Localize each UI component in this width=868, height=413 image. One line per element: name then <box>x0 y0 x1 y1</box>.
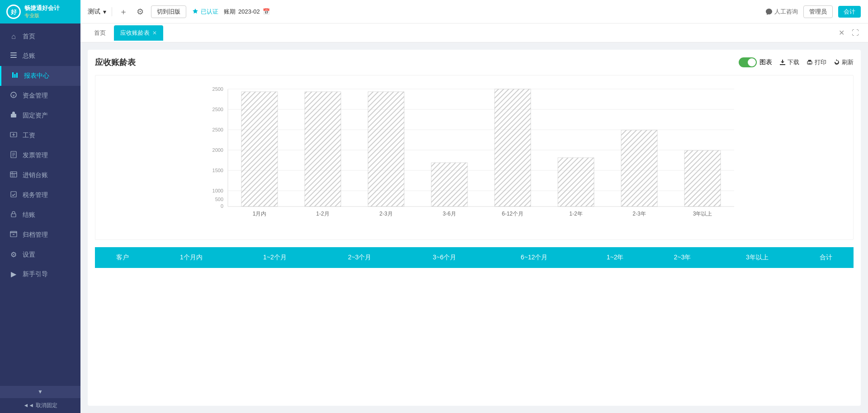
tab-bar: 首页 应收账龄表 ✕ ✕ ⛶ <box>80 23 868 42</box>
sidebar-item-invoice[interactable]: 发票管理 <box>0 145 80 165</box>
sidebar-item-ledger[interactable]: 总账 <box>0 46 80 66</box>
sidebar-item-label: 进销台账 <box>23 171 48 179</box>
tax-icon <box>9 191 18 200</box>
svg-text:3年以上: 3年以上 <box>693 211 712 217</box>
col-2-3m: 2~3个月 <box>317 247 402 268</box>
sidebar-item-guide[interactable]: ▶ 新手引导 <box>0 264 80 284</box>
main-area: 测试 ▾ ＋ ⚙ 切到旧版 已认证 账期 2023-02 📅 人工咨询 管理员 … <box>80 0 868 413</box>
svg-text:1500: 1500 <box>212 168 223 173</box>
tab-ar-aging[interactable]: 应收账龄表 ✕ <box>114 25 163 41</box>
sidebar-item-label: 首页 <box>23 33 35 41</box>
refresh-button[interactable]: 刷新 <box>834 58 854 66</box>
tab-home[interactable]: 首页 <box>88 25 112 41</box>
sidebar-item-sales[interactable]: 进销台账 <box>0 165 80 185</box>
sidebar-item-label: 新手引导 <box>23 270 48 278</box>
col-1-2y: 1~2年 <box>581 247 649 268</box>
svg-rect-11 <box>11 192 16 197</box>
logo-text-wrap: 畅捷通好会计 专业版 <box>24 5 60 19</box>
sidebar-item-funds[interactable]: ¥ 资金管理 <box>0 86 80 106</box>
sidebar-item-label: 资金管理 <box>23 92 48 100</box>
bar-1-2年 <box>558 158 594 206</box>
tab-close-icon[interactable]: ✕ <box>152 30 157 36</box>
refresh-label: 刷新 <box>842 58 854 66</box>
print-label: 打印 <box>815 58 826 66</box>
certified-label: 已认证 <box>201 8 218 16</box>
sidebar-item-settings[interactable]: ⚙ 设置 <box>0 245 80 264</box>
account-button[interactable]: 会计 <box>838 6 861 18</box>
header-divider-1 <box>112 7 112 16</box>
bar-1-2月 <box>305 92 341 206</box>
col-1m: 1个月内 <box>150 247 232 268</box>
sidebar-item-label: 归档管理 <box>23 231 48 239</box>
table-header-row: 客户 1个月内 1~2个月 2~3个月 3~6个月 6~12个月 1~2年 2~… <box>95 247 854 268</box>
add-button[interactable]: ＋ <box>118 5 129 19</box>
sidebar-item-label: 工资 <box>23 131 35 140</box>
consult-label: 人工咨询 <box>774 8 798 16</box>
close-account-icon <box>9 211 18 220</box>
sidebar-item-tax[interactable]: 税务管理 <box>0 185 80 205</box>
svg-text:2-3月: 2-3月 <box>379 211 392 217</box>
sales-icon <box>9 171 18 180</box>
svg-text:2500: 2500 <box>212 107 223 112</box>
sidebar-item-label: 总账 <box>23 52 35 60</box>
bar-6-12月 <box>495 89 531 206</box>
settings-header-button[interactable]: ⚙ <box>135 5 146 19</box>
page-actions: 图表 下载 打印 刷新 <box>739 57 854 67</box>
svg-rect-10 <box>10 172 17 177</box>
ar-aging-table: 客户 1个月内 1~2个月 2~3个月 3~6个月 6~12个月 1~2年 2~… <box>95 247 854 268</box>
svg-text:好: 好 <box>10 9 17 15</box>
ledger-icon <box>9 52 18 61</box>
switch-old-button[interactable]: 切到旧版 <box>151 5 186 18</box>
sidebar-scroll-down[interactable]: ▼ <box>0 386 80 398</box>
consult-button[interactable]: 人工咨询 <box>765 8 798 16</box>
bar-chart: 2500 2500 2500 2000 1500 1000 500 0 <box>104 84 840 229</box>
chevron-down-icon: ▾ <box>103 8 106 15</box>
page-title: 应收账龄表 <box>95 57 739 68</box>
svg-text:2500: 2500 <box>212 127 223 132</box>
payroll-icon <box>9 131 18 140</box>
download-label: 下载 <box>788 58 799 66</box>
sidebar-item-payroll[interactable]: 工资 <box>0 126 80 145</box>
sidebar-logo: 好 畅捷通好会计 专业版 <box>0 0 80 23</box>
svg-text:6-12个月: 6-12个月 <box>502 211 524 217</box>
svg-text:3-6月: 3-6月 <box>443 211 456 217</box>
col-2-3y: 2~3年 <box>649 247 716 268</box>
sidebar-item-home[interactable]: ⌂ 首页 <box>0 27 80 46</box>
bar-3-6月 <box>431 163 467 206</box>
sidebar-item-label: 发票管理 <box>23 151 48 160</box>
chart-toggle[interactable] <box>739 57 757 67</box>
tab-expand-button[interactable]: ⛶ <box>850 27 861 39</box>
bar-2-3月 <box>368 92 404 206</box>
sidebar-item-label: 结账 <box>23 211 35 219</box>
svg-rect-15 <box>807 61 812 64</box>
tab-ar-aging-label: 应收账龄表 <box>120 29 150 37</box>
funds-icon: ¥ <box>9 91 18 100</box>
calendar-icon: 📅 <box>263 8 270 15</box>
col-3-6m: 3~6个月 <box>402 247 487 268</box>
svg-rect-2 <box>10 52 17 53</box>
col-6-12m: 6~12个月 <box>487 247 581 268</box>
period-prefix: 账期 <box>224 8 236 16</box>
svg-text:¥: ¥ <box>12 94 15 98</box>
svg-text:1月内: 1月内 <box>253 211 267 217</box>
page-container: 应收账龄表 图表 下载 打印 <box>88 50 861 406</box>
col-3y-plus: 3年以上 <box>716 247 798 268</box>
sidebar-item-reports[interactable]: 报表中心 <box>0 66 80 86</box>
sidebar-item-close[interactable]: 结账 <box>0 205 80 225</box>
sidebar-item-label: 设置 <box>23 251 35 259</box>
sidebar-item-archive[interactable]: 归档管理 <box>0 225 80 245</box>
admin-button[interactable]: 管理员 <box>803 5 833 18</box>
sidebar-unfix-button[interactable]: ◄◄ 取消固定 <box>0 398 80 413</box>
top-header: 测试 ▾ ＋ ⚙ 切到旧版 已认证 账期 2023-02 📅 人工咨询 管理员 … <box>80 0 868 23</box>
sidebar: 好 畅捷通好会计 专业版 ⌂ 首页 总账 报表中心 ¥ <box>0 0 80 413</box>
period-info: 账期 2023-02 📅 <box>224 8 270 16</box>
print-button[interactable]: 打印 <box>807 58 826 66</box>
svg-text:2-3年: 2-3年 <box>632 211 646 217</box>
sidebar-item-assets[interactable]: 固定资产 <box>0 106 80 126</box>
svg-text:1-2年: 1-2年 <box>569 211 582 217</box>
tab-close-window-button[interactable]: ✕ <box>837 27 846 39</box>
project-selector[interactable]: 测试 ▾ <box>88 8 106 16</box>
chart-area: 2500 2500 2500 2000 1500 1000 500 0 <box>95 75 854 240</box>
download-button[interactable]: 下载 <box>779 58 799 66</box>
header-right: 人工咨询 管理员 会计 <box>765 5 861 18</box>
